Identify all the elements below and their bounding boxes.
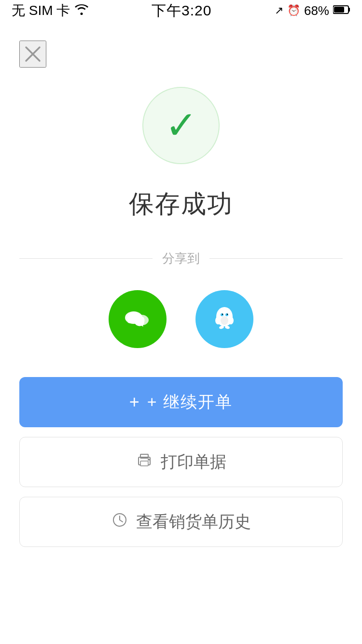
wechat-share-button[interactable] xyxy=(109,290,167,348)
continue-order-label: + 继续开单 xyxy=(147,391,233,413)
action-buttons: + + 继续开单 打印单据 查看销货单历 xyxy=(19,377,343,547)
divider-right xyxy=(209,258,343,259)
close-button[interactable] xyxy=(19,41,46,68)
alarm-icon: ⏰ xyxy=(287,4,300,17)
success-icon-circle: ✓ xyxy=(142,87,220,164)
continue-order-button[interactable]: + + 继续开单 xyxy=(19,377,343,427)
print-button[interactable]: 打印单据 xyxy=(19,437,343,487)
status-left: 无 SIM 卡 xyxy=(12,1,88,20)
share-label: 分享到 xyxy=(162,250,200,267)
svg-rect-23 xyxy=(140,461,148,466)
svg-point-17 xyxy=(225,313,228,316)
status-time: 下午3:20 xyxy=(152,1,211,21)
divider-left xyxy=(19,258,153,259)
svg-point-18 xyxy=(222,314,223,315)
checkmark-icon: ✓ xyxy=(165,106,197,145)
share-icons-container xyxy=(19,290,343,348)
no-sim-label: 无 SIM 卡 xyxy=(12,1,70,20)
svg-rect-2 xyxy=(334,7,344,13)
history-icon xyxy=(111,511,128,532)
history-label: 查看销货单历史 xyxy=(136,511,251,533)
location-icon: ↗ xyxy=(275,4,283,17)
battery-icon xyxy=(333,4,350,17)
qq-share-button[interactable] xyxy=(195,290,253,348)
plus-icon: + xyxy=(129,392,139,412)
print-icon xyxy=(136,451,153,473)
svg-rect-1 xyxy=(348,8,350,12)
battery-label: 68% xyxy=(304,3,329,18)
svg-point-24 xyxy=(148,459,150,461)
svg-point-19 xyxy=(227,314,228,315)
share-section: 分享到 xyxy=(19,250,343,348)
share-divider: 分享到 xyxy=(19,250,343,267)
wifi-icon xyxy=(75,3,88,18)
svg-point-20 xyxy=(221,316,228,325)
status-bar: 无 SIM 卡 下午3:20 ↗ ⏰ 68% xyxy=(0,0,362,21)
history-button[interactable]: 查看销货单历史 xyxy=(19,497,343,547)
svg-point-16 xyxy=(221,313,223,316)
main-content: ✓ 保存成功 分享到 xyxy=(0,21,362,644)
success-title: 保存成功 xyxy=(129,187,233,221)
print-label: 打印单据 xyxy=(161,451,226,473)
status-right: ↗ ⏰ 68% xyxy=(275,3,350,18)
